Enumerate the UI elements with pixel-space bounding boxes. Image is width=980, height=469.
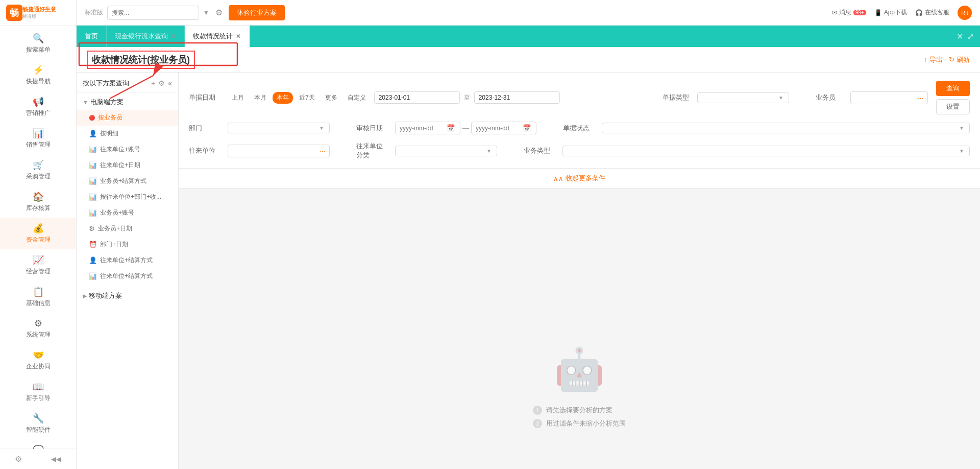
dept-select[interactable]: ▼: [228, 123, 330, 133]
message-icon: ✉: [832, 9, 837, 16]
date-filter-control: 上月 本月 本年 近7天 更多 自定义 至: [228, 91, 636, 104]
bank-flow-tab-close-icon[interactable]: ✕: [171, 33, 176, 40]
doc-status-select[interactable]: ▼: [602, 123, 970, 133]
sidebar-item-sales[interactable]: 📊 销售管理: [0, 123, 76, 154]
home-tab-label: 首页: [85, 32, 98, 41]
collapse-footer-icon[interactable]: ◀◀: [51, 455, 61, 463]
date-start-input[interactable]: [374, 91, 460, 104]
calendar-end-icon[interactable]: 📅: [523, 124, 531, 132]
topbar-right: ✉ 消息 99+ 📱 App下载 🎧 在线客服 Rit: [832, 6, 972, 20]
scheme-actions: + ⚙ «: [151, 79, 172, 87]
scheme-item-partner-date[interactable]: 📊 往来单位+日期: [77, 157, 178, 173]
message-action[interactable]: ✉ 消息 99+: [832, 8, 866, 17]
topbar-gear-icon[interactable]: ⚙: [215, 8, 223, 17]
sidebar-item-enterprise[interactable]: 🤝 企业协同: [0, 344, 76, 376]
query-button[interactable]: 查询: [936, 81, 970, 96]
sidebar-item-guide[interactable]: 📖 新手引导: [0, 376, 76, 408]
sidebar-item-label: 系统管理: [26, 331, 51, 339]
scheme-add-icon[interactable]: +: [151, 79, 155, 87]
window-buttons: ✕ ⤢: [950, 32, 980, 41]
sidebar-item-basic[interactable]: 📋 基础信息: [0, 281, 76, 313]
filter-settings-button[interactable]: 设置: [936, 99, 970, 114]
doc-status-label: 单据状态: [563, 124, 594, 133]
page-title: 收款情况统计(按业务员): [87, 51, 195, 69]
export-icon: ↑: [924, 56, 928, 63]
scheme-group-desktop-header[interactable]: ▼ 电脑端方案: [77, 95, 178, 110]
export-button[interactable]: ↑ 导出: [924, 55, 943, 64]
tab-bank-flow[interactable]: 现金银行流水查询 ✕: [107, 26, 185, 47]
scheme-item-salesperson-date[interactable]: ⚙ 业务员+日期: [77, 221, 178, 237]
window-close-icon[interactable]: ✕: [957, 32, 963, 41]
salesperson-select[interactable]: ···: [850, 91, 928, 104]
scheme-group-mobile-header[interactable]: ▶ 移动端方案: [77, 288, 178, 303]
scheme-header: 按以下方案查询 + ⚙ «: [77, 73, 178, 92]
purchase-icon: 🛒: [33, 159, 44, 171]
scheme-item-icon: 📊: [89, 272, 97, 280]
partner-category-select[interactable]: ▼: [395, 146, 497, 156]
topbar-chevron-icon[interactable]: ▼: [203, 9, 209, 16]
topbar-brand: 标准版 ▼: [85, 6, 209, 20]
business-type-label: 业务类型: [524, 146, 554, 155]
salesperson-label: 业务员: [816, 93, 846, 102]
doc-type-select[interactable]: ▼: [697, 92, 789, 103]
review-date-end-input[interactable]: [476, 125, 522, 132]
scheme-group-mobile: ▶ 移动端方案: [77, 286, 178, 306]
business-type-select[interactable]: ▼: [562, 146, 970, 156]
scheme-item-by-detail[interactable]: 👤 按明细: [77, 126, 178, 142]
sidebar-item-marketing[interactable]: 📢 营销推广: [0, 91, 76, 123]
message-badge: 99+: [853, 10, 866, 15]
scheme-item-dept-date[interactable]: ⏰ 部门+日期: [77, 237, 178, 252]
sidebar-item-system[interactable]: ⚙ 系统管理: [0, 313, 76, 344]
partner-select[interactable]: ···: [228, 145, 330, 157]
scheme-item-icon: ⏰: [89, 241, 97, 248]
date-tab-7days[interactable]: 近7天: [295, 92, 319, 104]
trial-button[interactable]: 体验行业方案: [229, 5, 285, 20]
scheme-collapse-icon[interactable]: «: [168, 79, 172, 87]
date-tab-this-year[interactable]: 本年: [273, 92, 293, 104]
scheme-item-by-salesperson[interactable]: 🔴 按业务员: [77, 110, 178, 126]
app-download-action[interactable]: 📱 App下载: [874, 8, 907, 17]
partner-more-btn[interactable]: ···: [320, 147, 325, 155]
sidebar-item-quick-nav[interactable]: ⚡ 快捷导航: [0, 59, 76, 91]
date-tab-last-month[interactable]: 上月: [228, 92, 248, 104]
operation-icon: 📈: [33, 254, 44, 266]
collection-stats-tab-close-icon[interactable]: ✕: [236, 33, 241, 40]
sidebar-item-search-menu[interactable]: 🔍 搜索菜单: [0, 28, 76, 59]
scheme-item-partner-dept-collect[interactable]: 📊 按往来单位+部门+收...: [77, 189, 178, 205]
calendar-start-icon[interactable]: 📅: [447, 124, 455, 132]
date-tab-more[interactable]: 更多: [321, 92, 341, 104]
scheme-item-label: 往来单位+结算方式: [100, 272, 153, 280]
online-service-action[interactable]: 🎧 在线客服: [915, 8, 949, 17]
scheme-item-partner-settlement1[interactable]: 👤 往来单位+结算方式: [77, 252, 178, 268]
tab-collection-stats[interactable]: 收款情况统计 ✕: [185, 26, 250, 47]
scheme-item-salesperson-settlement[interactable]: 📊 业务员+结算方式: [77, 173, 178, 189]
topbar-search-input[interactable]: [107, 6, 199, 20]
sidebar-item-label: 新手引导: [26, 394, 51, 403]
review-date-start-wrapper: 📅: [395, 122, 460, 134]
scheme-settings-icon[interactable]: ⚙: [158, 79, 165, 87]
tab-home[interactable]: 首页: [77, 26, 107, 47]
scheme-item-partner-account[interactable]: 📊 往来单位+账号: [77, 142, 178, 157]
review-date-end-wrapper: 📅: [471, 122, 536, 134]
refresh-button[interactable]: ↻ 刷新: [949, 55, 970, 64]
settings-footer-icon[interactable]: ⚙: [15, 454, 22, 464]
collapse-bar[interactable]: ∧∧ 收起更多条件: [179, 169, 980, 189]
sidebar-item-purchase[interactable]: 🛒 采购管理: [0, 154, 76, 186]
sidebar-item-finance[interactable]: 💰 资金管理: [0, 218, 76, 249]
sidebar-item-hardware[interactable]: 🔧 智能硬件: [0, 408, 76, 439]
review-date-start-input[interactable]: [400, 125, 446, 132]
date-end-input[interactable]: [474, 91, 560, 104]
date-tab-this-month[interactable]: 本月: [250, 92, 271, 104]
scheme-item-partner-settlement2[interactable]: 📊 往来单位+结算方式: [77, 268, 178, 284]
sidebar-item-inventory[interactable]: 🏠 库存核算: [0, 186, 76, 218]
export-label: 导出: [929, 55, 943, 64]
tab-bar: 首页 现金银行流水查询 ✕ 收款情况统计 ✕ ✕ ⤢: [77, 26, 980, 47]
scheme-item-salesperson-account[interactable]: 📊 业务员+账号: [77, 205, 178, 221]
sidebar-item-operation[interactable]: 📈 经营管理: [0, 249, 76, 281]
user-avatar[interactable]: Rit: [958, 6, 972, 20]
date-tab-custom[interactable]: 自定义: [344, 92, 370, 104]
sidebar-item-wechat[interactable]: 💬 企业微信: [0, 439, 76, 449]
window-maximize-icon[interactable]: ⤢: [967, 32, 974, 41]
logo-text: 畅捷通好生意 标准版: [22, 6, 56, 20]
guide-icon: 📖: [33, 381, 44, 392]
